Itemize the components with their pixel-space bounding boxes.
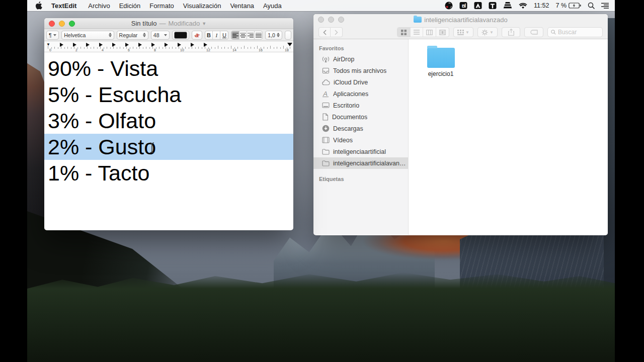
list-style-button[interactable]: [285, 31, 291, 40]
line-spacing-stepper[interactable]: 1,0: [265, 31, 282, 40]
close-button[interactable]: [318, 17, 324, 23]
sidebar-item-inteligenciaartificial[interactable]: inteligenciaartificial: [313, 146, 408, 157]
text-line[interactable]: 5% - Escucha: [44, 81, 293, 108]
ruler[interactable]: 024681012141618▼: [44, 41, 293, 52]
spotlight-icon[interactable]: [588, 2, 595, 9]
coverflow-view-button[interactable]: [436, 28, 449, 37]
ruler-tick: [221, 47, 222, 49]
forward-button[interactable]: [331, 27, 343, 37]
menu-item-ayuda[interactable]: Ayuda: [259, 2, 286, 10]
t-app-icon[interactable]: [489, 2, 497, 10]
align-left-button[interactable]: [231, 31, 239, 39]
tab-stop-marker[interactable]: [60, 43, 63, 47]
tab-stop-marker[interactable]: [165, 43, 168, 47]
share-button[interactable]: [502, 27, 521, 37]
align-right-button[interactable]: [247, 31, 255, 39]
highlight-color-button[interactable]: a: [192, 31, 202, 40]
tab-stop-marker[interactable]: [191, 43, 194, 47]
text-line[interactable]: 3% - Olfato: [44, 108, 293, 134]
sidebar-item-documentos[interactable]: Documentos: [313, 111, 408, 123]
tab-stop-marker[interactable]: [151, 43, 155, 47]
text-line[interactable]: 1% - Tacto: [44, 160, 293, 186]
notification-center-icon[interactable]: [601, 3, 609, 9]
ruler-number: 16: [259, 48, 263, 52]
menu-item-formato[interactable]: Formato: [145, 2, 178, 10]
font-style-select[interactable]: Regular: [117, 31, 148, 40]
zoom-button[interactable]: [69, 21, 75, 27]
font-family-select[interactable]: Helvetica: [61, 31, 114, 40]
apple-menu-icon[interactable]: [35, 2, 42, 10]
menu-item-visualización[interactable]: Visualización: [179, 2, 226, 10]
list-view-button[interactable]: [411, 28, 424, 37]
sidebar-item-aplicaciones[interactable]: AAplicaciones: [313, 88, 408, 100]
all-files-icon: [322, 67, 330, 74]
sidebar-item-label: Documentos: [332, 114, 367, 121]
left-margin-marker[interactable]: ▼: [46, 42, 50, 47]
title-chevron-icon[interactable]: ▼: [202, 21, 206, 26]
menu-item-edición[interactable]: Edición: [115, 2, 145, 10]
menu-item-archivo[interactable]: Archivo: [84, 2, 114, 10]
sidebar-item-icloud-drive[interactable]: iCloud Drive: [313, 76, 408, 88]
b-app-icon[interactable]: B: [459, 2, 467, 10]
tags-header: Etiquetas: [313, 174, 408, 184]
folder-tile[interactable]: ejercicio1: [421, 45, 461, 77]
tags-button[interactable]: [524, 27, 543, 37]
adobe-icon[interactable]: [474, 2, 482, 10]
arrange-button[interactable]: ▼: [453, 27, 473, 37]
color-swatch-black: [174, 32, 187, 39]
tab-stop-marker[interactable]: [99, 43, 103, 47]
text-editing-area[interactable]: 90% - Vista5% - Escucha3% - Olfato2% - G…: [44, 52, 293, 230]
minimize-button[interactable]: [59, 21, 65, 27]
column-view-button[interactable]: [423, 28, 436, 37]
battery-indicator[interactable]: 7 %: [555, 2, 581, 9]
sidebar-item-v-deos[interactable]: Vídeos: [313, 134, 408, 146]
menu-item-ventana[interactable]: Ventana: [225, 2, 259, 10]
search-input[interactable]: Buscar: [547, 27, 603, 37]
wifi-icon[interactable]: [519, 3, 527, 9]
tab-stop-marker[interactable]: [138, 43, 142, 47]
sidebar-item-label: Todos mis archivos: [333, 67, 386, 74]
finder-titlebar[interactable]: inteligenciaartificialavanzado: [313, 14, 608, 25]
sidebar-item-escritorio[interactable]: Escritorio: [313, 100, 408, 111]
finder-content-area[interactable]: ejercicio1: [409, 39, 608, 235]
obs-icon[interactable]: [445, 2, 453, 10]
zoom-button[interactable]: [338, 17, 344, 23]
ruler-number: 2: [75, 48, 77, 52]
menu-clock[interactable]: 11:52: [534, 2, 549, 9]
tab-stop-marker[interactable]: [73, 43, 76, 47]
text-line-selected[interactable]: 2% - Gusto: [44, 134, 293, 160]
tab-stop-marker[interactable]: [86, 43, 90, 47]
bold-button[interactable]: B: [205, 31, 213, 39]
close-button[interactable]: [49, 21, 55, 27]
right-margin-marker[interactable]: [287, 43, 292, 46]
minimize-button[interactable]: [328, 17, 334, 23]
back-button[interactable]: [318, 27, 331, 37]
textedit-titlebar[interactable]: Sin título — Modificado ▼: [44, 18, 293, 29]
paragraph-style-button[interactable]: ¶: [46, 31, 59, 40]
underline-button[interactable]: U: [220, 31, 228, 39]
folder-icon[interactable]: [427, 48, 455, 68]
ruler-tick: [172, 47, 173, 49]
tab-stop-marker[interactable]: [112, 43, 116, 47]
align-center-button[interactable]: [239, 31, 247, 39]
ruler-number: 12: [206, 48, 210, 52]
tab-stop-marker[interactable]: [204, 43, 207, 47]
italic-button[interactable]: I: [213, 31, 220, 39]
text-color-well[interactable]: [172, 31, 189, 40]
sidebar-item-airdrop[interactable]: AirDrop: [313, 53, 408, 65]
tab-stop-marker[interactable]: [125, 43, 129, 47]
ruler-tick: [189, 47, 189, 49]
font-size-select[interactable]: 48: [151, 31, 170, 40]
ruler-number: 18: [285, 48, 289, 52]
tab-stop-marker[interactable]: [178, 43, 181, 47]
action-gear-button[interactable]: ▼: [477, 27, 498, 37]
drawer-icon[interactable]: [503, 2, 512, 9]
sidebar-item-descargas[interactable]: Descargas: [313, 123, 408, 134]
ruler-tick: [80, 47, 81, 49]
sidebar-item-todos-mis-archivos[interactable]: Todos mis archivos: [313, 65, 408, 76]
text-line[interactable]: 90% - Vista: [44, 55, 293, 81]
icon-view-button[interactable]: [397, 28, 411, 37]
app-menu-title[interactable]: TextEdit: [47, 2, 80, 10]
sidebar-item-inteligenciaartificialavan-[interactable]: inteligenciaartificialavan…: [313, 157, 408, 169]
align-justify-button[interactable]: [255, 31, 262, 39]
